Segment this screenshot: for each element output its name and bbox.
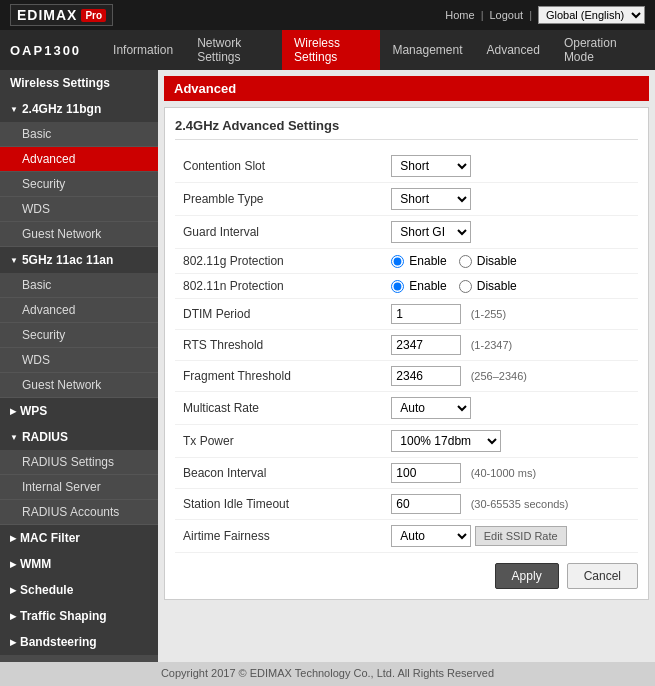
apply-button[interactable]: Apply (495, 563, 559, 589)
fragment-input[interactable] (391, 366, 461, 386)
field-label-preamble: Preamble Type (175, 183, 383, 216)
sidebar-item-24-basic[interactable]: Basic (0, 122, 158, 147)
table-row: Station Idle Timeout (30-65535 seconds) (175, 489, 638, 520)
footer: Copyright 2017 © EDIMAX Technology Co., … (0, 662, 655, 686)
sidebar-item-5-guest[interactable]: Guest Network (0, 373, 158, 398)
field-label-80211g: 802.11g Protection (175, 249, 383, 274)
80211n-enable-radio[interactable] (391, 280, 404, 293)
80211n-enable-label[interactable]: Enable (391, 279, 446, 293)
rts-input[interactable] (391, 335, 461, 355)
sidebar-item-5-advanced[interactable]: Advanced (0, 298, 158, 323)
field-value-idle[interactable]: (30-65535 seconds) (383, 489, 618, 520)
cancel-button[interactable]: Cancel (567, 563, 638, 589)
80211g-disable-label[interactable]: Disable (459, 254, 517, 268)
field-value-contention[interactable]: ShortLong (383, 150, 618, 183)
field-value-guard[interactable]: Short GILong GI (383, 216, 618, 249)
nav-network-settings[interactable]: Network Settings (185, 30, 282, 70)
beacon-input[interactable] (391, 463, 461, 483)
arrow-icon: ▼ (10, 105, 18, 114)
logo-text: EDIMAX (17, 7, 77, 23)
80211g-enable-radio[interactable] (391, 255, 404, 268)
field-value-txpower[interactable]: 100% 17dbm75% 15dbm (383, 425, 618, 458)
field-value-dtim[interactable]: (1-255) (383, 299, 618, 330)
sidebar-section-radius[interactable]: ▼ RADIUS (0, 424, 158, 450)
nav-management[interactable]: Management (380, 30, 474, 70)
nav-wireless-settings[interactable]: Wireless Settings (282, 30, 380, 70)
table-row: Fragment Threshold (256–2346) (175, 361, 638, 392)
80211g-disable-radio[interactable] (459, 255, 472, 268)
language-select[interactable]: Global (English) (538, 6, 645, 24)
nav-information[interactable]: Information (101, 30, 185, 70)
button-row: Apply Cancel (175, 563, 638, 589)
multicast-rate-select[interactable]: Auto12 (391, 397, 471, 419)
table-row: RTS Threshold (1-2347) (175, 330, 638, 361)
table-row: Contention Slot ShortLong (175, 150, 638, 183)
sidebar-section-band[interactable]: ▶ Bandsteering (0, 629, 158, 655)
sidebar-section-traffic[interactable]: ▶ Traffic Shaping (0, 603, 158, 629)
edit-ssid-rate-button[interactable]: Edit SSID Rate (475, 526, 567, 546)
settings-table: Contention Slot ShortLong Preamble Type (175, 150, 638, 553)
80211n-disable-radio[interactable] (459, 280, 472, 293)
field-label-80211n: 802.11n Protection (175, 274, 383, 299)
content-header: Advanced (164, 76, 649, 101)
table-row: Tx Power 100% 17dbm75% 15dbm (175, 425, 638, 458)
sidebar-item-5-wds[interactable]: WDS (0, 348, 158, 373)
sidebar-section-wmm[interactable]: ▶ WMM (0, 551, 158, 577)
footer-text: Copyright 2017 © EDIMAX Technology Co., … (161, 667, 494, 679)
idle-timeout-input[interactable] (391, 494, 461, 514)
content-card: 2.4GHz Advanced Settings Contention Slot… (164, 107, 649, 600)
sidebar-title-text: Wireless Settings (10, 76, 110, 90)
sidebar-item-24-security[interactable]: Security (0, 172, 158, 197)
field-label-guard: Guard Interval (175, 216, 383, 249)
tx-power-select[interactable]: 100% 17dbm75% 15dbm (391, 430, 501, 452)
sidebar-section-schedule[interactable]: ▶ Schedule (0, 577, 158, 603)
nav-operation-mode[interactable]: Operation Mode (552, 30, 645, 70)
dtim-input[interactable] (391, 304, 461, 324)
sidebar-section-mac[interactable]: ▶ MAC Filter (0, 525, 158, 551)
preamble-type-select[interactable]: ShortLong (391, 188, 471, 210)
sidebar-item-24-wds[interactable]: WDS (0, 197, 158, 222)
guard-interval-select[interactable]: Short GILong GI (391, 221, 471, 243)
80211n-disable-label[interactable]: Disable (459, 279, 517, 293)
nav-bar: OAP1300 Information Network Settings Wir… (0, 30, 655, 70)
field-value-multicast[interactable]: Auto12 (383, 392, 618, 425)
contention-slot-select[interactable]: ShortLong (391, 155, 471, 177)
main-layout: Wireless Settings ▼ 2.4GHz 11bgn Basic A… (0, 70, 655, 662)
field-label-rts: RTS Threshold (175, 330, 383, 361)
field-value-80211n[interactable]: Enable Disable (383, 274, 618, 299)
field-value-80211g[interactable]: Enable Disable (383, 249, 618, 274)
sidebar-item-radius-settings[interactable]: RADIUS Settings (0, 450, 158, 475)
field-label-idle: Station Idle Timeout (175, 489, 383, 520)
field-value-airtime[interactable]: AutoEnableDisable Edit SSID Rate (383, 520, 618, 553)
arrow-icon-radius: ▼ (10, 433, 18, 442)
rts-hint: (1-2347) (471, 339, 513, 351)
table-row: Multicast Rate Auto12 (175, 392, 638, 425)
logout-link[interactable]: Logout (489, 9, 523, 21)
arrow-icon-mac: ▶ (10, 534, 16, 543)
sidebar-item-24-advanced[interactable]: Advanced (0, 147, 158, 172)
sidebar-item-5-security[interactable]: Security (0, 323, 158, 348)
sidebar-section-wps[interactable]: ▶ WPS (0, 398, 158, 424)
arrow-icon-wmm: ▶ (10, 560, 16, 569)
field-value-beacon[interactable]: (40-1000 ms) (383, 458, 618, 489)
sidebar-item-internal-server[interactable]: Internal Server (0, 475, 158, 500)
logo-pro: Pro (81, 9, 106, 22)
table-row: Beacon Interval (40-1000 ms) (175, 458, 638, 489)
field-value-rts[interactable]: (1-2347) (383, 330, 618, 361)
arrow-icon-5g: ▼ (10, 256, 18, 265)
home-link[interactable]: Home (445, 9, 474, 21)
sidebar-item-radius-accounts[interactable]: RADIUS Accounts (0, 500, 158, 525)
80211g-enable-label[interactable]: Enable (391, 254, 446, 268)
sidebar-section-5ghz[interactable]: ▼ 5GHz 11ac 11an (0, 247, 158, 273)
field-label-txpower: Tx Power (175, 425, 383, 458)
sidebar-item-5-basic[interactable]: Basic (0, 273, 158, 298)
airtime-fairness-select[interactable]: AutoEnableDisable (391, 525, 471, 547)
sidebar-section-24ghz[interactable]: ▼ 2.4GHz 11bgn (0, 96, 158, 122)
sidebar-item-24-guest[interactable]: Guest Network (0, 222, 158, 247)
logo: EDIMAX Pro (10, 4, 113, 26)
field-value-preamble[interactable]: ShortLong (383, 183, 618, 216)
top-bar: EDIMAX Pro Home | Logout | Global (Engli… (0, 0, 655, 30)
field-value-fragment[interactable]: (256–2346) (383, 361, 618, 392)
nav-advanced[interactable]: Advanced (475, 30, 552, 70)
field-label-airtime: Airtime Fairness (175, 520, 383, 553)
